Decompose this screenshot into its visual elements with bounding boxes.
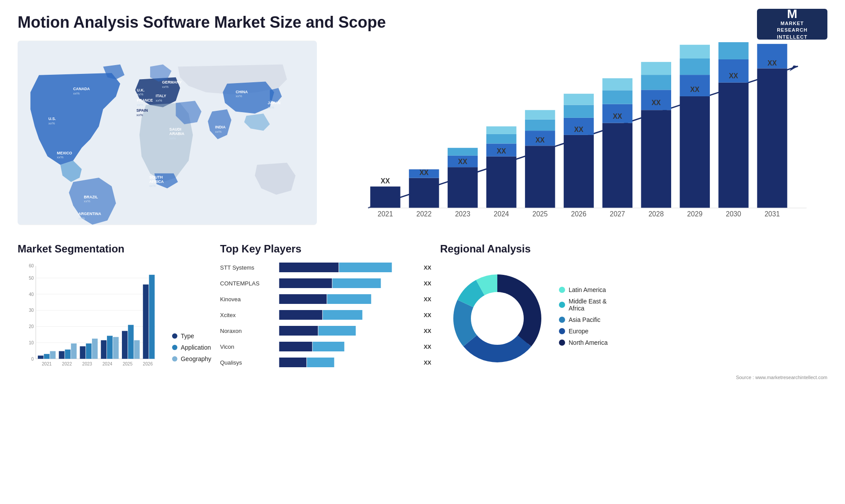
seg-chart-container: 0 10 20 30 40 50 60: [18, 261, 211, 376]
svg-text:SOUTH: SOUTH: [149, 175, 163, 179]
seg-svg-wrap: 0 10 20 30 40 50 60: [18, 261, 163, 376]
svg-text:xx%: xx%: [57, 155, 63, 159]
svg-rect-65: [680, 45, 710, 58]
svg-text:XX: XX: [497, 147, 506, 155]
svg-text:2025: 2025: [533, 210, 548, 218]
svg-text:AFRICA: AFRICA: [149, 179, 164, 184]
world-map: CANADA xx% U.S. xx% MEXICO xx% BRAZIL xx…: [18, 40, 317, 225]
svg-text:INDIA: INDIA: [215, 125, 226, 129]
svg-text:2021: 2021: [42, 362, 52, 366]
svg-text:XX: XX: [690, 86, 699, 93]
svg-rect-54: [603, 123, 632, 208]
player-row-qualisys: Qualisys XX: [220, 356, 431, 369]
legend-label-latin: Latin America: [569, 286, 606, 293]
svg-rect-140: [318, 326, 356, 336]
segmentation-title: Market Segmentation: [18, 243, 211, 255]
player-row-contemplas: CONTEMPLAS XX: [220, 277, 431, 289]
svg-rect-133: [279, 278, 332, 288]
logo-letter: M: [787, 8, 797, 20]
svg-rect-36: [370, 186, 400, 208]
svg-rect-112: [65, 350, 70, 359]
svg-rect-52: [564, 105, 594, 118]
player-name-noraxon: Noraxon: [220, 328, 268, 334]
svg-rect-111: [59, 351, 65, 358]
svg-text:JAPAN: JAPAN: [268, 101, 280, 105]
svg-text:2023: 2023: [82, 362, 92, 366]
players-title: Top Key Players: [220, 243, 431, 255]
svg-rect-141: [279, 342, 312, 351]
svg-text:SAUDI: SAUDI: [169, 127, 181, 131]
svg-text:xx%: xx%: [137, 103, 143, 107]
svg-rect-108: [38, 356, 44, 359]
svg-text:xx%: xx%: [235, 94, 242, 98]
player-bar-contemplas: [272, 277, 419, 289]
svg-text:2022: 2022: [416, 210, 432, 218]
player-name-contemplas: CONTEMPLAS: [220, 280, 268, 287]
svg-rect-142: [312, 342, 344, 351]
svg-point-145: [471, 292, 524, 345]
legend-dot-apac: [559, 317, 565, 323]
player-value-qualisys: XX: [424, 359, 431, 366]
top-section: CANADA xx% U.S. xx% MEXICO xx% BRAZIL xx…: [18, 40, 827, 225]
svg-text:GERMANY: GERMANY: [162, 80, 182, 84]
svg-rect-64: [680, 58, 710, 75]
svg-text:xx%: xx%: [215, 130, 222, 134]
svg-text:30: 30: [29, 308, 34, 313]
svg-rect-124: [149, 275, 155, 359]
svg-text:xx%: xx%: [48, 121, 55, 125]
svg-text:XX: XX: [768, 59, 777, 67]
svg-rect-121: [128, 325, 134, 359]
svg-text:0: 0: [31, 357, 34, 362]
legend-application: Application: [172, 344, 211, 351]
svg-rect-48: [525, 120, 555, 131]
svg-rect-117: [101, 340, 107, 359]
player-value-contemplas: XX: [424, 280, 431, 287]
svg-rect-42: [486, 157, 516, 208]
player-bar-kinovea: [272, 293, 419, 305]
svg-rect-123: [143, 285, 149, 359]
svg-rect-41: [448, 148, 478, 156]
legend-type: Type: [172, 332, 211, 340]
legend-middle-east: Middle East &Africa: [559, 298, 608, 312]
svg-text:U.K.: U.K.: [137, 88, 144, 92]
svg-text:2029: 2029: [687, 210, 702, 218]
legend-label-application: Application: [181, 344, 211, 351]
svg-text:2026: 2026: [143, 362, 153, 366]
legend-label-geography: Geography: [181, 355, 211, 362]
svg-text:XX: XX: [574, 126, 584, 133]
svg-text:2027: 2027: [610, 210, 625, 218]
svg-text:XX: XX: [381, 177, 390, 185]
legend-dot-type: [172, 333, 177, 339]
legend-dot-mea: [559, 302, 565, 308]
svg-text:xx%: xx%: [156, 99, 162, 102]
svg-rect-57: [603, 78, 632, 90]
svg-rect-68: [718, 42, 748, 59]
player-row-xcitex: Xcitex XX: [220, 309, 431, 321]
legend-dot-application: [172, 345, 177, 350]
svg-rect-122: [134, 340, 140, 359]
legend-dot-europe: [559, 328, 565, 334]
svg-rect-46: [525, 146, 555, 208]
svg-text:xx%: xx%: [84, 199, 91, 203]
svg-rect-49: [525, 110, 555, 119]
svg-rect-62: [680, 96, 710, 208]
svg-text:XX: XX: [458, 158, 467, 165]
player-row-noraxon: Noraxon XX: [220, 325, 431, 337]
donut-chart: [440, 261, 550, 371]
svg-text:2031: 2031: [764, 210, 780, 218]
logo-text: MARKETRESEARCHINTELLECT: [777, 20, 808, 40]
svg-rect-137: [279, 310, 322, 320]
svg-text:xx%: xx%: [73, 91, 80, 95]
svg-text:XX: XX: [419, 169, 429, 176]
svg-rect-118: [107, 336, 113, 359]
page-title: Motion Analysis Software Market Size and…: [18, 13, 827, 32]
svg-rect-53: [564, 94, 594, 105]
svg-text:XX: XX: [536, 136, 545, 144]
svg-text:ITALY: ITALY: [156, 94, 166, 98]
svg-text:2026: 2026: [571, 210, 587, 218]
legend-label-na: North America: [569, 339, 608, 346]
player-value-vicon: XX: [424, 343, 431, 350]
svg-text:SPAIN: SPAIN: [136, 108, 148, 113]
player-bar-noraxon: [272, 325, 419, 337]
player-name-vicon: Vicon: [220, 343, 268, 350]
